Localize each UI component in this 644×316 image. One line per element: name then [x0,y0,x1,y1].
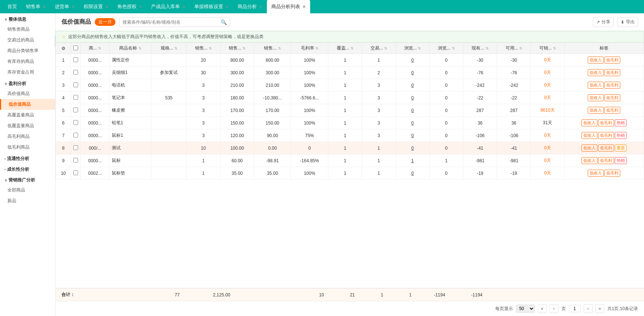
nav-item-analysis-list[interactable]: 商品分析列表 ✕ [267,0,310,13]
sidebar-item-sales-products[interactable]: 销售类商品 [0,24,55,35]
cell-checkbox[interactable] [71,142,81,154]
cell-checkbox[interactable] [71,92,81,104]
cell-name[interactable]: 笔记本 [109,92,151,104]
cell-browse1[interactable]: 0 [396,142,429,154]
sidebar-item-low-margin[interactable]: 低毛利商品 [0,142,55,153]
search-input[interactable] [123,20,219,25]
col-gross[interactable]: 毛利率 ⇅ [291,43,328,54]
cell-browse1[interactable]: 0 [396,117,429,129]
col-current[interactable]: 现有... ⇅ [463,43,497,54]
nav-item-purchase[interactable]: 进货单 ✕ [50,0,79,13]
sidebar-item-high-coverage[interactable]: 高覆盖量商品 [0,110,55,120]
sidebar-group-circulation-title[interactable]: › 流通性分析 [0,153,55,163]
browse1-link[interactable]: 0 [411,108,414,113]
browse1-link[interactable]: 0 [411,58,414,63]
col-trade[interactable]: 交易... ⇅ [362,43,396,54]
row-checkbox[interactable] [73,145,78,150]
cell-name[interactable]: 鼠标1 [109,129,151,142]
browse1-link[interactable]: 0 [411,95,414,101]
cell-name[interactable]: 鼠标 [109,154,151,167]
cell-checkbox[interactable] [71,117,81,129]
col-spec[interactable]: 规格... ⇅ [151,43,187,54]
sidebar-item-high-margin[interactable]: 高毛利商品 [0,131,55,142]
sidebar-group-overall-title[interactable]: ∨ 整体信息 [0,13,55,24]
col-cover[interactable]: 覆盖... ⇅ [328,43,362,54]
browse1-link[interactable]: 1 [411,158,414,163]
prev-page-btn[interactable]: ‹ [550,304,559,313]
sidebar-item-low-coverage[interactable]: 低覆盖量商品 [0,120,55,131]
nav-item-sales[interactable]: 销售单 ✕ [21,0,50,13]
row-checkbox[interactable] [73,133,78,137]
page-number-input[interactable] [569,305,581,312]
next-page-btn[interactable]: › [584,304,593,313]
row-checkbox[interactable] [73,170,78,175]
cell-browse1[interactable]: 0 [396,92,429,104]
sidebar-item-stock-products[interactable]: 有库存的商品 [0,56,55,67]
browse1-link[interactable]: 0 [411,70,414,75]
cell-name[interactable]: 铅笔1 [109,117,151,129]
cell-checkbox[interactable] [71,79,81,92]
sidebar-item-high-value[interactable]: 高价值商品 [0,88,55,99]
col-name[interactable]: 商品名称 ⇅ [109,43,151,54]
row-checkbox[interactable] [73,57,78,62]
cell-browse1[interactable]: 0 [396,129,429,142]
nav-item-home[interactable]: 首页 [3,0,21,13]
col-saleable[interactable]: 可销... ⇅ [531,43,564,54]
cell-browse1[interactable]: 0 [396,67,429,79]
sidebar-item-low-value[interactable]: 低价值商品 [0,99,55,110]
col-s1[interactable]: 销售... ⇅ [187,43,220,54]
sidebar-group-marketing-title[interactable]: ∨ 营销推广分析 [0,174,55,185]
cell-checkbox[interactable] [71,154,81,167]
row-checkbox[interactable] [73,158,78,163]
cell-checkbox[interactable] [71,129,81,142]
row-checkbox[interactable] [73,70,78,75]
cell-name[interactable]: 测试 [109,142,151,154]
sidebar-item-stock-capital[interactable]: 库存资金占用 [0,67,55,78]
col-s2[interactable]: 销售... ⇅ [220,43,254,54]
row-checkbox[interactable] [73,82,78,87]
browse1-link[interactable]: 0 [411,133,414,138]
last-page-btn[interactable]: » [596,304,604,313]
row-checkbox[interactable] [73,95,78,100]
share-button[interactable]: ↗ 分享 [593,17,614,27]
cell-checkbox[interactable] [71,104,81,117]
cell-name[interactable]: 鼠标垫 [109,167,151,180]
nav-item-role[interactable]: 角色授权 ✕ [113,0,147,13]
col-settings[interactable]: ⚙ [56,43,71,54]
sidebar-item-all-products[interactable]: 全部商品 [0,185,55,196]
sidebar-item-category-sales-rate[interactable]: 商品分类销售率 [0,45,55,56]
cell-checkbox[interactable] [71,167,81,180]
cell-browse1[interactable]: 1 [396,154,429,167]
sidebar-group-growth-title[interactable]: › 成长性分析 [0,163,55,174]
cell-browse1[interactable]: 0 [396,79,429,92]
cell-browse1[interactable]: 0 [396,104,429,117]
select-all-checkbox[interactable] [73,45,78,50]
col-available[interactable]: 可用... ⇅ [497,43,531,54]
sidebar-group-profit-title[interactable]: ∨ 盈利分析 [0,78,55,88]
filter-recent-month[interactable]: 近一月 [95,18,115,26]
cell-name[interactable]: 属性定价 [109,54,151,67]
export-button[interactable]: ⬇ 导出 [617,17,638,27]
cell-name[interactable]: 电话机 [109,79,151,92]
nav-item-permission[interactable]: 权限设置 ✕ [79,0,113,13]
first-page-btn[interactable]: « [538,304,547,313]
browse1-link[interactable]: 0 [411,171,414,176]
search-icon[interactable]: 🔍 [221,19,227,25]
cell-browse1[interactable]: 0 [396,167,429,180]
browse1-link[interactable]: 0 [411,146,414,151]
browse1-link[interactable]: 0 [411,120,414,126]
cell-checkbox[interactable] [71,67,81,79]
cell-browse1[interactable]: 0 [396,54,429,67]
sidebar-item-traded-products[interactable]: 交易过的商品 [0,35,55,45]
col-code[interactable]: 商... ⇅ [81,43,110,54]
row-checkbox[interactable] [73,120,78,125]
per-page-select[interactable]: 50 20 100 [516,305,535,313]
row-checkbox[interactable] [73,108,78,112]
sidebar-item-new-products[interactable]: 新品 [0,196,55,206]
nav-item-product-analysis[interactable]: 商品分析 ✕ [233,0,267,13]
col-browse1[interactable]: 浏览... ⇅ [396,43,429,54]
cell-name[interactable]: 吴细细1 [109,67,151,79]
col-browse2[interactable]: 浏览... ⇅ [429,43,463,54]
nav-item-product-storage[interactable]: 产成品入库单 ✕ [147,0,190,13]
browse1-link[interactable]: 0 [411,83,414,88]
